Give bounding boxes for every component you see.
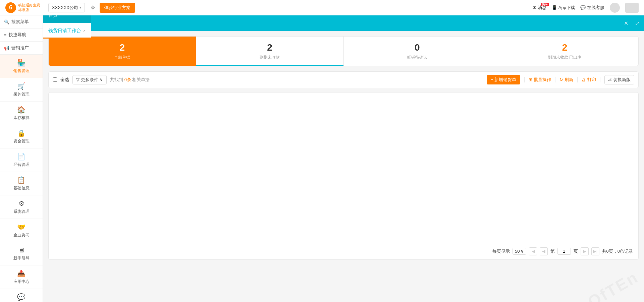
filter-chevron: ∨ [100,77,103,82]
appstore-icon: 📥 [17,269,25,278]
online-service-button[interactable]: 💬 在线客服 [580,5,604,11]
stat-num: 2 [495,42,634,53]
logo-icon: 6 [5,2,16,13]
app-download-button[interactable]: 📱 App下载 [552,5,575,11]
marketing-icon: 📢 [4,46,9,51]
filter-button[interactable]: ▽ 更多条件 ∨ [72,75,107,84]
tab-underline [43,38,91,39]
page-size-value: 50 [515,249,520,254]
message-button[interactable]: ✉ 消息 99+ [533,5,546,11]
stat-card-wangpu_confirm[interactable]: 0 旺铺待确认 [344,37,491,66]
marketing-label: 营销推广 [11,45,29,51]
finance-icon: 🔒 [17,129,25,137]
sidebar-item-marketing[interactable]: 📢 营销推广 [0,42,43,55]
pagination-next-button[interactable]: ▶ [581,247,589,255]
sidebar-item-wecom[interactable]: 💬 企业微信 [0,289,43,302]
page-size-chevron: ∨ [521,249,524,254]
found-count: 0条 [124,77,131,82]
sidebar-item-appstore[interactable]: 📥 应用中心 [0,265,43,289]
settings-icon[interactable]: ⚙ [88,3,98,12]
sidebar-search[interactable]: 🔍 搜索菜单 [0,15,43,28]
pagination-last-button[interactable]: ▶| [591,247,599,255]
select-all-label: 全选 [60,77,69,83]
print-icon: 🖨 [582,77,586,82]
sidebar-item-label: 经营管理 [13,162,30,168]
sidebar-item-sales[interactable]: 🏪 销售管理 [0,55,43,78]
enterprise-icon: 🤝 [17,223,25,231]
quick-nav-label: 快捷导航 [9,32,26,38]
tabbar-expand-icon[interactable]: ⤢ [633,19,641,27]
table-empty [49,93,638,243]
basic-icon: 📋 [17,176,25,184]
sidebar-item-inventory[interactable]: 🏠 库存核算 [0,102,43,125]
sidebar-item-purchase[interactable]: 🛒 采购管理 [0,78,43,102]
sidebar-item-label: 企业协同 [13,232,30,238]
operation-icon: 📄 [17,153,25,161]
sidebar-item-label: 基础信息 [13,185,30,191]
sidebar-item-basic[interactable]: 📋 基础信息 [0,172,43,195]
select-all-checkbox[interactable] [53,77,57,82]
pagination-first-button[interactable]: |◀ [529,247,537,255]
pagination-page-input[interactable] [557,248,571,255]
user-info[interactable] [625,3,639,13]
divider4 [600,77,600,82]
sidebar-item-finance[interactable]: 🔒 资金管理 [0,125,43,148]
stat-num: 2 [53,42,192,53]
pagination-page-label: 第 [550,248,555,254]
tab-close-icon[interactable]: × [83,28,86,33]
sidebar-item-quick-nav[interactable]: ≡ 快捷导航 [0,28,43,42]
found-text: 共找到 0条 相关单据 [110,77,150,83]
pagination-page-suffix: 页 [574,248,578,254]
sidebar-item-label: 系统管理 [13,209,30,215]
sidebar-item-system[interactable]: ⚙ 系统管理 [0,195,43,219]
sidebar-item-label: 采购管理 [13,92,30,97]
stat-card-overdue_unpaid[interactable]: 2 到期未收款 [196,37,344,66]
divider2 [555,77,555,82]
switch-icon: ⇄ [608,77,612,82]
page-size-select[interactable]: 50 ∨ [513,248,526,255]
sidebar-item-label: 库存核算 [13,115,30,121]
wecom-icon: 💬 [17,293,25,301]
stat-label: 旺铺待确认 [348,55,487,60]
divider [524,77,525,82]
guide-icon: 🖥 [18,246,25,254]
sidebar-item-enterprise[interactable]: 🤝 企业协同 [0,219,43,242]
filter-icon: ▽ [76,77,79,82]
logo: 6 畅捷通好生意 标准版 [5,2,48,13]
print-button[interactable]: 🖨 打印 [582,77,596,83]
sidebar: 🔍 搜索菜单 ≡ 快捷导航 📢 营销推广 🏪 销售管理🛒 采购管理🏠 库存核算🔒… [0,15,43,302]
industry-button[interactable]: 体验行业方案 [100,3,135,13]
stat-card-overdue_unshipped[interactable]: 2 到期未收款 已出库 [491,37,638,66]
sidebar-item-operation[interactable]: 📄 经营管理 [0,148,43,172]
company-selector[interactable]: XXXXXX公司 ▾ [48,3,85,12]
refresh-button[interactable]: ↻ 刷新 [559,77,573,83]
tab-cashflow[interactable]: 钱货日清工作台× [43,23,91,39]
page-size-label: 每页显示 [492,248,510,254]
stat-num: 0 [348,42,487,53]
stat-card-all[interactable]: 2 全部单据 [49,37,196,66]
filter-label: 更多条件 [81,77,98,83]
inventory-icon: 🏠 [17,106,25,114]
toolbar: 全选 ▽ 更多条件 ∨ 共找到 0条 相关单据 + 新增销货单 ⊞ 批量操作 ↻ [48,71,639,88]
avatar[interactable] [610,3,620,13]
search-icon: 🔍 [4,19,9,24]
switch-version-button[interactable]: ⇄ 切换新版 [604,75,634,84]
service-icon: 💬 [580,5,586,10]
stat-num: 2 [200,42,339,53]
pagination-summary: 共0页，0条记录 [602,248,633,254]
new-sale-order-button[interactable]: + 新增销货单 [487,75,520,84]
tabbar-close-icon[interactable]: ✕ [622,19,630,27]
toolbar-right: + 新增销货单 ⊞ 批量操作 ↻ 刷新 🖨 打印 ⇄ 切换新版 [487,75,634,84]
sidebar-item-label: 新手引导 [13,255,30,261]
batch-operation-button[interactable]: ⊞ 批量操作 [529,77,551,83]
pagination-prev-button[interactable]: ◀ [540,247,548,255]
table-area: 每页显示 50 ∨ |◀ ◀ 第 页 ▶ ▶| 共0页，0条记录 [48,92,639,260]
stat-cards: 2 全部单据 2 到期未收款 0 旺铺待确认 2 到期未收款 已出库 [48,36,639,66]
stat-label: 到期未收款 [200,55,339,60]
header: 6 畅捷通好生意 标准版 XXXXXX公司 ▾ ⚙ 体验行业方案 ✉ 消息 99… [0,0,644,15]
tabbar: 首页钱货日清工作台× ✕ ⤢ [43,15,644,31]
sidebar-item-guide[interactable]: 🖥 新手引导 [0,242,43,265]
system-icon: ⚙ [18,199,24,207]
message-icon: ✉ [533,5,536,10]
sidebar-item-label: 销售管理 [13,68,30,74]
